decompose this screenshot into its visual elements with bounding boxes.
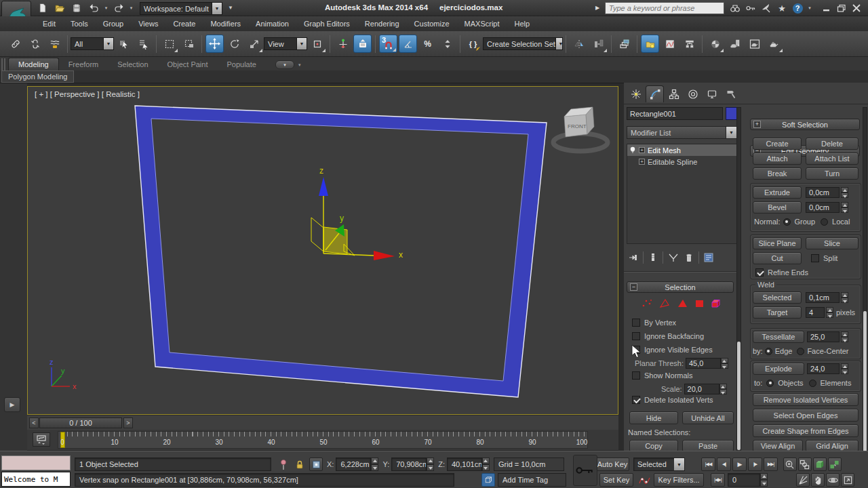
edge-radio[interactable] <box>765 348 772 355</box>
current-frame-spinner[interactable] <box>760 473 768 487</box>
zoom-extents-icon[interactable] <box>813 458 827 471</box>
percent-snap-toggle-icon[interactable]: % <box>418 35 437 53</box>
snaps-toggle-3d-icon[interactable]: 3 <box>379 35 397 53</box>
show-normals-checkbox[interactable] <box>632 371 640 380</box>
rectangular-selection-region-icon[interactable] <box>160 35 178 53</box>
zoom-all-icon[interactable] <box>798 458 812 471</box>
menu-animation[interactable]: Animation <box>248 20 296 28</box>
field-of-view-icon[interactable] <box>796 473 810 487</box>
extrude-button[interactable]: Extrude <box>753 186 802 199</box>
slice-button[interactable]: Slice <box>806 237 859 249</box>
menu-views[interactable]: Views <box>131 20 165 28</box>
next-frame-button[interactable]: > <box>123 418 133 428</box>
schematic-view-icon[interactable] <box>680 35 698 53</box>
weld-selected-field[interactable]: 0,1cm <box>806 292 840 303</box>
gizmo-plane-yz[interactable] <box>311 218 323 251</box>
explode-spinner[interactable] <box>841 363 848 374</box>
go-to-start-button[interactable]: |◀◀ <box>701 458 715 471</box>
use-pivot-center-icon[interactable] <box>308 35 326 53</box>
redo-dropdown-icon[interactable]: ▾ <box>128 1 134 15</box>
named-selection-set-dropdown[interactable]: Create Selection Set ▼ <box>483 37 563 50</box>
undo-button[interactable] <box>86 1 101 15</box>
gizmo-x-axis[interactable] <box>323 253 374 256</box>
x-coord-spinner[interactable] <box>371 458 378 471</box>
configure-modifier-sets-icon[interactable] <box>703 252 714 263</box>
left-column-scrollbar[interactable] <box>736 107 741 451</box>
add-time-tag-icon[interactable] <box>481 473 495 487</box>
vertex-subobject-icon[interactable] <box>642 298 653 308</box>
maxscript-mini-listener[interactable] <box>1 455 71 470</box>
elements-radio[interactable] <box>809 380 816 387</box>
unhide-all-button[interactable]: Unhide All <box>682 411 734 424</box>
stack-item-editable-spline[interactable]: + Editable Spline <box>627 156 736 167</box>
pan-hand-icon[interactable] <box>811 473 825 487</box>
graphite-ribbon-toggle-icon[interactable] <box>641 35 659 53</box>
expand-icon[interactable]: + <box>639 147 645 153</box>
mini-curve-editor-icon[interactable] <box>33 432 50 447</box>
menu-create[interactable]: Create <box>165 20 203 28</box>
open-file-button[interactable] <box>52 1 67 15</box>
viewport-label[interactable]: [ + ] [ Perspective ] [ Realistic ] <box>35 90 140 98</box>
create-button[interactable]: Create <box>753 138 802 150</box>
y-coord-spinner[interactable] <box>427 458 434 471</box>
track-bar[interactable]: 0 10 20 30 40 50 60 70 80 90 100 <box>27 430 618 451</box>
curve-editor-icon[interactable] <box>660 35 679 53</box>
key-filters-button[interactable]: Key Filters... <box>654 473 704 487</box>
favorites-star-icon[interactable]: ★ <box>775 2 789 14</box>
search-input[interactable] <box>605 2 724 14</box>
move-gizmo[interactable]: z y x <box>311 166 403 260</box>
named-selection-set-arrow-icon[interactable]: ▼ <box>555 38 563 49</box>
previous-key-button[interactable]: ◀| <box>717 458 731 471</box>
ignore-backfacing-checkbox[interactable] <box>632 332 640 340</box>
previous-frame-button[interactable]: < <box>29 418 39 428</box>
sidebar-expander-button[interactable]: ▶ <box>4 397 20 412</box>
show-end-result-icon[interactable] <box>648 252 658 263</box>
zoom-icon[interactable] <box>783 458 797 471</box>
default-key-tangent-icon[interactable] <box>637 473 651 487</box>
material-editor-icon[interactable] <box>706 35 724 53</box>
window-crossing-toggle-icon[interactable] <box>180 35 198 53</box>
minimize-button[interactable] <box>822 4 831 12</box>
time-slider-handle[interactable]: 0 / 100 <box>39 418 122 428</box>
split-checkbox[interactable] <box>811 254 819 262</box>
render-setup-icon[interactable] <box>726 35 744 53</box>
tab-motion-icon[interactable] <box>684 85 702 102</box>
normal-group-radio[interactable] <box>783 218 791 226</box>
redo-button[interactable] <box>111 1 126 15</box>
ribbon-tab-object-paint[interactable]: Object Paint <box>158 58 218 70</box>
new-file-button[interactable] <box>35 1 50 15</box>
expand-icon[interactable]: + <box>753 121 761 128</box>
next-key-button[interactable]: |▶ <box>748 458 762 471</box>
segment-subobject-icon[interactable] <box>659 298 671 308</box>
turn-button[interactable]: Turn <box>806 167 859 180</box>
render-production-icon[interactable] <box>765 35 783 53</box>
y-coord-field[interactable]: 70,908cm <box>391 458 427 471</box>
key-lock-icon[interactable] <box>573 455 597 486</box>
gizmo-z-arrowhead[interactable] <box>319 177 328 196</box>
communication-center-icon[interactable] <box>760 2 773 14</box>
ribbon-tab-populate[interactable]: Populate <box>217 58 265 70</box>
z-coord-field[interactable]: 40,101cm <box>447 458 482 471</box>
selection-lock-icon[interactable] <box>293 458 307 471</box>
add-time-tag-field[interactable]: Add Time Tag <box>498 473 566 487</box>
object-name-field[interactable]: Rectangle001 <box>627 107 723 120</box>
weld-target-button[interactable]: Target <box>753 306 802 319</box>
subscription-key-icon[interactable] <box>744 2 757 14</box>
select-and-manipulate-icon[interactable] <box>334 35 352 53</box>
maximize-viewport-toggle-icon[interactable] <box>841 473 854 487</box>
element-subobject-icon[interactable] <box>711 298 722 308</box>
angle-snap-toggle-icon[interactable] <box>399 35 417 53</box>
manage-layers-icon[interactable] <box>615 35 633 53</box>
set-key-button[interactable]: Set Key <box>599 473 633 487</box>
x-coord-field[interactable]: 6,228cm <box>336 458 371 471</box>
scrollbar-thumb[interactable] <box>863 311 867 452</box>
selection-filter-dropdown[interactable]: All ▼ <box>71 37 114 50</box>
extrude-field[interactable]: 0,0cm <box>806 187 840 198</box>
workspace-dropdown-arrow-icon[interactable]: ▼ <box>212 3 222 14</box>
select-and-scale-icon[interactable] <box>245 35 263 53</box>
play-button[interactable]: ▶ <box>732 458 747 471</box>
reference-coordinate-arrow-icon[interactable]: ▼ <box>296 38 307 49</box>
expand-icon[interactable]: + <box>639 159 645 165</box>
workspace-flyout-icon[interactable]: ▼ <box>228 5 233 11</box>
tessellate-button[interactable]: Tessellate <box>753 331 804 343</box>
